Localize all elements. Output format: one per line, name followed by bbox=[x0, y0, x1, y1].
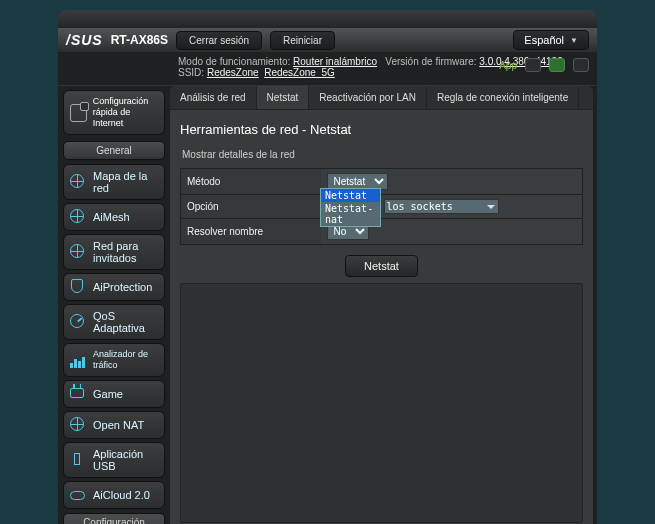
nav-network-map[interactable]: Mapa de la red bbox=[63, 164, 165, 200]
fw-label: Versión de firmware: bbox=[385, 56, 476, 67]
brand-logo: /SUS bbox=[66, 32, 103, 48]
model-name: RT-AX86S bbox=[111, 33, 168, 47]
mode-value-link[interactable]: Router inalámbrico bbox=[293, 56, 377, 67]
nav-usb-app[interactable]: Aplicación USB bbox=[63, 442, 165, 478]
nav-label: QoS Adaptativa bbox=[93, 310, 158, 334]
mode-label: Modo de funcionamiento: bbox=[178, 56, 290, 67]
reboot-button[interactable]: Reiniciar bbox=[270, 31, 335, 50]
nav-open-nat[interactable]: Open NAT bbox=[63, 411, 165, 439]
method-option-netstat[interactable]: Netstat bbox=[321, 189, 380, 202]
section-general: General bbox=[63, 141, 165, 160]
nav-aicloud[interactable]: AiCloud 2.0 bbox=[63, 481, 165, 509]
ssid2-link[interactable]: RedesZone_5G bbox=[264, 67, 335, 78]
quick-line1: Configuración bbox=[93, 96, 158, 107]
nav-label: Open NAT bbox=[93, 419, 144, 431]
section-advanced: Configuración avanzada bbox=[63, 513, 165, 524]
resolve-label: Resolver nombre bbox=[181, 219, 321, 245]
app-link[interactable]: App bbox=[499, 60, 517, 71]
method-label: Método bbox=[181, 169, 321, 195]
nav-label: Red para invitados bbox=[93, 240, 158, 264]
panel-title: Herramientas de red - Netstat bbox=[180, 118, 583, 145]
language-select[interactable]: Español ▼ bbox=[513, 30, 589, 50]
method-dropdown-open[interactable]: Netstat Netstat-nat bbox=[320, 188, 381, 227]
option-label: Opción bbox=[181, 195, 321, 219]
nav-label: AiProtection bbox=[93, 281, 152, 293]
nav-aimesh[interactable]: AiMesh bbox=[63, 203, 165, 231]
nav-label: Aplicación USB bbox=[93, 448, 158, 472]
tab-netstat[interactable]: Netstat bbox=[257, 86, 310, 109]
nav-label: AiMesh bbox=[93, 211, 130, 223]
nav-guest-network[interactable]: Red para invitados bbox=[63, 234, 165, 270]
output-area bbox=[180, 283, 583, 523]
status-icon-1[interactable] bbox=[525, 58, 541, 72]
nav-label: AiCloud 2.0 bbox=[93, 489, 150, 501]
nav-label: Analizador de bbox=[93, 349, 148, 360]
tab-network-analysis[interactable]: Análisis de red bbox=[170, 86, 257, 109]
logout-button[interactable]: Cerrar sesión bbox=[176, 31, 262, 50]
panel-subtitle: Mostrar detalles de la red bbox=[182, 149, 583, 160]
nav-traffic-analyzer[interactable]: Analizador detráfico bbox=[63, 343, 165, 377]
tab-smart-connect[interactable]: Regla de conexión inteligente bbox=[427, 86, 579, 109]
method-option-netstat-nat[interactable]: Netstat-nat bbox=[321, 202, 380, 226]
quick-setup-button[interactable]: Configuración rápida de Internet bbox=[63, 90, 165, 135]
ssid-label: SSID: bbox=[178, 67, 204, 78]
quick-line2: rápida de Internet bbox=[93, 107, 158, 129]
quick-setup-icon bbox=[70, 104, 87, 122]
tab-wol[interactable]: Reactivación por LAN bbox=[309, 86, 427, 109]
status-icon-2[interactable] bbox=[549, 58, 565, 72]
nav-label: tráfico bbox=[93, 360, 148, 371]
ssid1-link[interactable]: RedesZone bbox=[207, 67, 259, 78]
nav-aiprotection[interactable]: AiProtection bbox=[63, 273, 165, 301]
option-sockets-select[interactable]: los sockets bbox=[384, 199, 499, 214]
nav-qos[interactable]: QoS Adaptativa bbox=[63, 304, 165, 340]
language-label: Español bbox=[524, 34, 564, 46]
chevron-down-icon: ▼ bbox=[570, 36, 578, 45]
nav-game[interactable]: Game bbox=[63, 380, 165, 408]
status-icon-3[interactable] bbox=[573, 58, 589, 72]
nav-label: Mapa de la red bbox=[93, 170, 158, 194]
run-netstat-button[interactable]: Netstat bbox=[345, 255, 418, 277]
nav-label: Game bbox=[93, 388, 123, 400]
